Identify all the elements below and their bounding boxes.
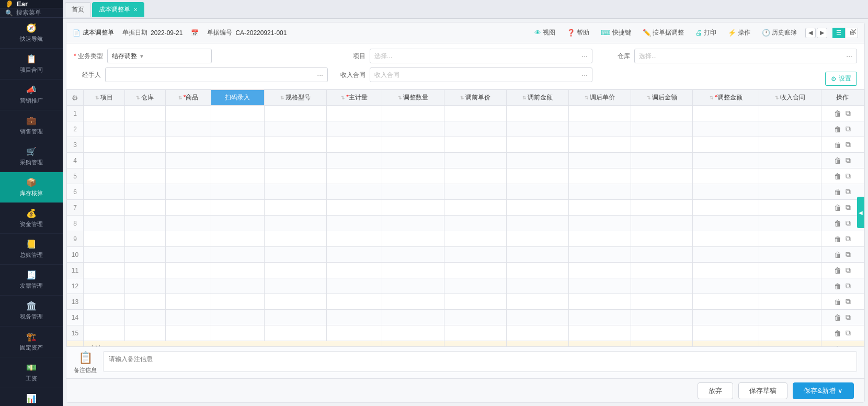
row-product-13[interactable] <box>166 294 211 310</box>
row-after-price-15[interactable] <box>568 325 631 341</box>
row-before-amount-15[interactable] <box>506 325 568 341</box>
row-scan-7[interactable] <box>211 200 264 216</box>
row-project-4[interactable] <box>84 153 125 168</box>
row-after-amount-2[interactable] <box>631 121 693 137</box>
delete-row-9[interactable]: 🗑 <box>833 234 842 244</box>
row-adjust-amount-9[interactable] <box>693 231 759 247</box>
row-adjust-amount-5[interactable] <box>693 168 759 184</box>
history-btn[interactable]: 🕐 历史账簿 <box>759 27 800 38</box>
row-product-9[interactable] <box>166 231 211 247</box>
sidebar-item-quick-nav[interactable]: 🧭 快速导航 <box>0 18 63 49</box>
row-adjust-qty-14[interactable] <box>382 310 444 325</box>
view-btn[interactable]: 👁 视图 <box>531 27 558 38</box>
row-before-amount-9[interactable] <box>506 231 568 247</box>
row-product-12[interactable] <box>166 278 211 294</box>
row-warehouse-5[interactable] <box>124 168 166 184</box>
row-warehouse-12[interactable] <box>124 278 166 294</box>
row-before-amount-2[interactable] <box>506 121 568 137</box>
row-adjust-amount-14[interactable] <box>693 310 759 325</box>
row-warehouse-7[interactable] <box>124 200 166 216</box>
doc-close-button[interactable]: ✕ <box>850 27 857 37</box>
row-after-amount-6[interactable] <box>631 184 693 200</box>
row-product-2[interactable] <box>166 121 211 137</box>
row-warehouse-13[interactable] <box>124 294 166 310</box>
th-scan-input[interactable]: 扫码录入 <box>211 90 264 106</box>
settings-button[interactable]: ⚙ 设置 <box>825 72 857 86</box>
row-unit-1[interactable] <box>326 106 382 121</box>
business-type-input[interactable]: 结存调整 ▼ <box>107 49 212 63</box>
row-project-8[interactable] <box>84 216 125 231</box>
row-after-amount-13[interactable] <box>631 294 693 310</box>
copy-row-3[interactable]: ⧉ <box>844 139 852 150</box>
row-after-amount-7[interactable] <box>631 200 693 216</box>
row-income-contract-9[interactable] <box>759 231 821 247</box>
row-before-amount-12[interactable] <box>506 278 568 294</box>
row-adjust-qty-6[interactable] <box>382 184 444 200</box>
row-warehouse-15[interactable] <box>124 325 166 341</box>
row-after-amount-15[interactable] <box>631 325 693 341</box>
row-adjust-amount-7[interactable] <box>693 200 759 216</box>
row-warehouse-10[interactable] <box>124 247 166 263</box>
tab-close-cost-adjust[interactable]: ✕ <box>133 7 138 13</box>
row-unit-14[interactable] <box>326 310 382 325</box>
row-adjust-qty-13[interactable] <box>382 294 444 310</box>
copy-row-10[interactable]: ⧉ <box>844 249 852 260</box>
row-product-3[interactable] <box>166 137 211 153</box>
row-income-contract-3[interactable] <box>759 137 821 153</box>
row-adjust-qty-4[interactable] <box>382 153 444 168</box>
row-unit-10[interactable] <box>326 247 382 263</box>
delete-row-1[interactable]: 🗑 <box>833 108 842 119</box>
row-warehouse-3[interactable] <box>124 137 166 153</box>
row-warehouse-4[interactable] <box>124 153 166 168</box>
row-after-amount-14[interactable] <box>631 310 693 325</box>
row-project-13[interactable] <box>84 294 125 310</box>
row-adjust-qty-3[interactable] <box>382 137 444 153</box>
row-project-3[interactable] <box>84 137 125 153</box>
row-income-contract-7[interactable] <box>759 200 821 216</box>
row-before-amount-10[interactable] <box>506 247 568 263</box>
row-before-amount-3[interactable] <box>506 137 568 153</box>
row-after-amount-8[interactable] <box>631 216 693 231</box>
copy-row-15[interactable]: ⧉ <box>844 328 852 339</box>
row-after-amount-12[interactable] <box>631 278 693 294</box>
income-contract-input[interactable]: 收入合同 ··· <box>370 67 592 82</box>
row-spec-10[interactable] <box>264 247 326 263</box>
row-spec-6[interactable] <box>264 184 326 200</box>
row-before-price-8[interactable] <box>444 216 507 231</box>
row-scan-3[interactable] <box>211 137 264 153</box>
copy-row-9[interactable]: ⧉ <box>844 233 852 244</box>
discard-button[interactable]: 放弃 <box>698 382 733 399</box>
delete-row-7[interactable]: 🗑 <box>833 202 842 213</box>
row-unit-13[interactable] <box>326 294 382 310</box>
row-income-contract-12[interactable] <box>759 278 821 294</box>
help-btn[interactable]: ❓ 帮助 <box>564 27 592 38</box>
row-adjust-qty-11[interactable] <box>382 263 444 278</box>
row-project-12[interactable] <box>84 278 125 294</box>
delete-row-13[interactable]: 🗑 <box>833 297 842 307</box>
row-after-price-10[interactable] <box>568 247 631 263</box>
row-project-10[interactable] <box>84 247 125 263</box>
row-spec-1[interactable] <box>264 106 326 121</box>
row-warehouse-14[interactable] <box>124 310 166 325</box>
row-after-price-11[interactable] <box>568 263 631 278</box>
sidebar-item-inventory[interactable]: 📦 库存核算 <box>0 172 63 203</box>
batch-adjust-btn[interactable]: ✏️ 按单据调整 <box>639 27 687 38</box>
delete-row-5[interactable]: 🗑 <box>833 171 842 182</box>
row-after-price-5[interactable] <box>568 168 631 184</box>
row-scan-15[interactable] <box>211 325 264 341</box>
th-settings[interactable]: ⚙ <box>67 90 84 106</box>
row-income-contract-14[interactable] <box>759 310 821 325</box>
row-adjust-amount-4[interactable] <box>693 153 759 168</box>
row-project-6[interactable] <box>84 184 125 200</box>
row-adjust-qty-2[interactable] <box>382 121 444 137</box>
row-scan-8[interactable] <box>211 216 264 231</box>
print-btn[interactable]: 🖨 打印 <box>692 27 719 38</box>
row-project-11[interactable] <box>84 263 125 278</box>
row-adjust-amount-6[interactable] <box>693 184 759 200</box>
row-warehouse-11[interactable] <box>124 263 166 278</box>
row-adjust-qty-10[interactable] <box>382 247 444 263</box>
row-scan-9[interactable] <box>211 231 264 247</box>
tab-cost-adjust[interactable]: 成本调整单✕ <box>92 2 144 17</box>
sidebar-item-salary[interactable]: 💵 工资 <box>0 357 63 388</box>
row-spec-2[interactable] <box>264 121 326 137</box>
